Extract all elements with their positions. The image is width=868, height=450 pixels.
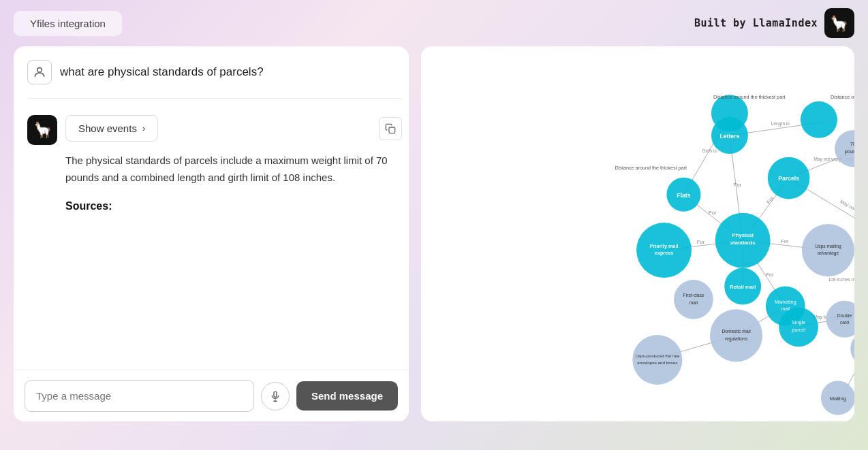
svg-text:May not measure more than: May not measure more than <box>839 199 854 232</box>
send-button[interactable]: Send message <box>296 381 398 411</box>
svg-text:Distance around the thickest p: Distance around the thickest part <box>713 94 786 100</box>
show-events-row: Show events › <box>65 115 402 142</box>
svg-rect-1 <box>389 127 395 133</box>
assistant-content: Show events › The physical standards of … <box>65 115 402 212</box>
app-title: Yfiles integration <box>14 11 122 36</box>
copy-button[interactable] <box>379 117 402 140</box>
svg-text:For: For <box>734 182 742 188</box>
svg-text:For: For <box>766 272 774 278</box>
svg-text:Single: Single <box>792 319 805 325</box>
svg-text:For: For <box>765 195 775 205</box>
svg-text:mail: mail <box>689 300 698 305</box>
message-input[interactable] <box>25 380 254 412</box>
svg-text:Priority mail: Priority mail <box>650 243 679 249</box>
llama-icon: 🦙 <box>824 8 854 38</box>
svg-text:70: 70 <box>850 141 854 147</box>
graph-visualization: For For For For For For For May not weig… <box>421 46 854 421</box>
svg-text:Physical: Physical <box>732 232 754 238</box>
chat-input-area: Send message <box>14 370 409 421</box>
svg-text:For: For <box>709 210 717 216</box>
microphone-button[interactable] <box>261 382 290 411</box>
svg-text:Usps mailing: Usps mailing <box>815 244 841 249</box>
svg-point-0 <box>37 67 42 72</box>
svg-rect-2 <box>274 391 277 397</box>
svg-text:Distance of the longest dimens: Distance of the longest dimension <box>831 94 854 100</box>
svg-text:Girth is: Girth is <box>702 148 717 153</box>
user-query-text: what are physical standards of parcels? <box>60 60 264 80</box>
header: Yfiles integration Built by LlamaIndex 🦙 <box>0 0 868 46</box>
sources-label: Sources: <box>65 200 402 212</box>
assistant-avatar: 🦙 <box>27 115 57 145</box>
svg-text:Double: Double <box>837 313 852 318</box>
main-content: what are physical standards of parcels? … <box>0 46 868 435</box>
assistant-message: 🦙 Show events › <box>27 115 402 212</box>
svg-text:Usps-produced flat rate: Usps-produced flat rate <box>635 353 679 358</box>
svg-text:standards: standards <box>730 240 756 246</box>
svg-text:envelopes and boxes: envelopes and boxes <box>637 360 677 365</box>
svg-text:advantage: advantage <box>818 251 839 256</box>
svg-text:card: card <box>840 320 849 325</box>
svg-text:pounds: pounds <box>844 148 854 155</box>
user-avatar <box>27 60 52 84</box>
svg-text:regulations: regulations <box>725 336 748 342</box>
svg-text:express: express <box>655 250 673 256</box>
svg-text:Retail mail: Retail mail <box>730 284 756 290</box>
assistant-response-text: The physical standards of parcels includ… <box>65 152 402 187</box>
svg-text:For: For <box>697 239 705 245</box>
chat-messages[interactable]: what are physical standards of parcels? … <box>14 46 409 421</box>
chat-panel: what are physical standards of parcels? … <box>14 46 409 421</box>
svg-text:For: For <box>781 238 789 244</box>
svg-text:Flats: Flats <box>677 192 690 199</box>
svg-text:Domestic mail: Domestic mail <box>722 329 751 334</box>
svg-text:Distance around the thickest p: Distance around the thickest part <box>615 165 687 171</box>
built-by-label: Built by LlamaIndex 🦙 <box>694 8 854 38</box>
svg-text:Letters: Letters <box>719 133 739 140</box>
svg-point-75 <box>711 95 748 131</box>
svg-text:Length is: Length is <box>771 122 790 127</box>
svg-text:Parcels: Parcels <box>778 175 799 182</box>
graph-panel: For For For For For For For May not weig… <box>421 46 854 421</box>
user-message: what are physical standards of parcels? <box>27 60 402 99</box>
svg-text:Mailing: Mailing <box>830 396 846 402</box>
show-events-button[interactable]: Show events › <box>65 115 158 142</box>
svg-point-73 <box>801 101 837 138</box>
svg-text:108 inches in length and girth: 108 inches in length and girth combined <box>828 277 854 283</box>
svg-text:parcel: parcel <box>792 327 805 333</box>
svg-text:First-class: First-class <box>683 293 704 298</box>
svg-text:Marketing: Marketing <box>775 299 796 305</box>
svg-point-66 <box>850 332 854 366</box>
